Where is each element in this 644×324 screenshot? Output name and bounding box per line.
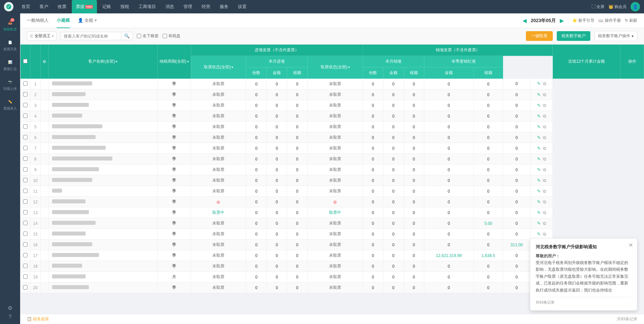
sidebar-item-invoice-entry[interactable]: ✏️ 票据录入: [0, 95, 20, 114]
fullscreen-btn[interactable]: ⛶ 全屏: [591, 4, 604, 10]
tax-policy-link[interactable]: 📋 税务政策: [27, 316, 49, 322]
sidebar-bottom-icon1[interactable]: ⚙: [8, 305, 12, 311]
employee-select[interactable]: ☰ 全部员工 ▾: [27, 31, 57, 41]
row-checkbox[interactable]: [23, 114, 28, 118]
sidebar-item-issue-invoice[interactable]: 📄 发票开具: [0, 36, 20, 54]
one-click-ticket-btn[interactable]: 一键取票: [526, 31, 553, 41]
row-customer-name[interactable]: [49, 229, 158, 240]
tax-period-filter-icon[interactable]: ▾: [187, 60, 189, 63]
nav-item-settings[interactable]: 设置: [234, 0, 251, 13]
copy-icon[interactable]: ⧉: [543, 135, 546, 140]
row-checkbox[interactable]: [23, 156, 28, 161]
user-avatar[interactable]: 👤: [631, 2, 640, 11]
row-customer-name[interactable]: [49, 240, 158, 250]
copy-icon[interactable]: ⧉: [543, 167, 546, 172]
date-next-btn[interactable]: ▶: [560, 17, 564, 24]
row-customer-name[interactable]: [49, 111, 158, 122]
sidebar-item-smart-ticket[interactable]: 📥 N 智能取票: [0, 16, 20, 35]
red-amount-link[interactable]: 12,621,319.99: [436, 253, 462, 258]
row-customer-name[interactable]: [49, 132, 158, 143]
row-customer-name[interactable]: [49, 79, 158, 89]
edit-icon[interactable]: ✎: [537, 199, 541, 204]
copy-icon[interactable]: ⧉: [543, 146, 546, 151]
row-checkbox[interactable]: [23, 264, 28, 268]
copy-icon[interactable]: ⧉: [543, 156, 546, 161]
search-input[interactable]: [61, 32, 121, 40]
nav-item-manage[interactable]: 管理: [179, 0, 196, 13]
row-checkbox[interactable]: [23, 124, 28, 129]
copy-icon[interactable]: ⧉: [543, 178, 546, 183]
row-customer-name[interactable]: [49, 218, 158, 229]
red-tax-link[interactable]: 1,638.5: [482, 253, 495, 258]
copy-icon[interactable]: ⧉: [543, 221, 546, 226]
rolling-link[interactable]: 311.00: [511, 243, 523, 247]
copy-icon[interactable]: ⧉: [543, 81, 546, 86]
search-button[interactable]: 🔍: [121, 32, 133, 40]
row-customer-name[interactable]: [49, 261, 158, 272]
copy-icon[interactable]: ⧉: [543, 103, 546, 108]
new-guide-link[interactable]: ⭐ 新手引导: [572, 18, 594, 23]
edit-icon[interactable]: ✎: [537, 103, 541, 108]
has-tax-checkbox[interactable]: 有税盘: [163, 33, 180, 39]
row-checkbox[interactable]: [23, 92, 28, 96]
row-customer-name[interactable]: [49, 100, 158, 111]
nav-item-service[interactable]: 服务: [216, 0, 232, 13]
date-prev-btn[interactable]: ◀: [523, 17, 527, 24]
edit-icon[interactable]: ✎: [537, 156, 541, 161]
row-checkbox[interactable]: [23, 189, 28, 193]
nav-item-commerce[interactable]: 工商项目: [135, 0, 160, 13]
tax-digital-btn[interactable]: 税务数字账户: [557, 31, 590, 41]
row-checkbox[interactable]: [23, 178, 28, 182]
nav-item-receive[interactable]: 收票: [54, 0, 70, 13]
copy-icon[interactable]: ⧉: [543, 124, 546, 129]
edit-icon[interactable]: ✎: [537, 178, 541, 183]
nav-item-bookkeeping[interactable]: 记账: [98, 0, 115, 13]
row-customer-name[interactable]: [49, 272, 158, 282]
row-customer-name[interactable]: [49, 143, 158, 154]
customer-filter-icon[interactable]: ▾: [116, 60, 117, 63]
manual-link[interactable]: 📖 操作手册: [598, 18, 621, 23]
edit-icon[interactable]: ✎: [537, 135, 541, 140]
row-checkbox[interactable]: [23, 103, 28, 107]
copy-icon[interactable]: ⧉: [543, 232, 546, 237]
row-checkbox[interactable]: [23, 221, 28, 225]
row-customer-name[interactable]: [49, 282, 158, 293]
copy-icon[interactable]: ⧉: [543, 92, 546, 97]
row-customer-name[interactable]: [49, 186, 158, 197]
row-customer-name[interactable]: [49, 207, 158, 218]
row-customer-name[interactable]: [49, 165, 158, 175]
edit-icon[interactable]: ✎: [537, 221, 541, 226]
edit-icon[interactable]: ✎: [537, 210, 541, 215]
edit-icon[interactable]: ✎: [537, 232, 541, 237]
row-customer-name[interactable]: [49, 154, 158, 165]
nav-item-operation[interactable]: 经营: [198, 0, 214, 13]
subnav-general[interactable]: 一般纳税人: [27, 13, 49, 28]
row-checkbox[interactable]: [23, 210, 28, 214]
sidebar-bottom-icon2[interactable]: ?: [9, 314, 12, 320]
edit-icon[interactable]: ✎: [537, 114, 541, 119]
notif-close-btn[interactable]: ✕: [629, 242, 633, 248]
copy-icon[interactable]: ⧉: [543, 199, 546, 204]
member-btn[interactable]: 👑 购会员: [608, 4, 627, 10]
nav-item-home[interactable]: 首页: [17, 0, 34, 13]
row-customer-name[interactable]: [49, 122, 158, 132]
edit-icon[interactable]: ✎: [537, 124, 541, 129]
row-customer-name[interactable]: [49, 250, 158, 261]
row-checkbox[interactable]: [23, 199, 28, 204]
nav-item-customer[interactable]: 客户: [36, 0, 52, 13]
nav-item-message[interactable]: 消息: [161, 0, 178, 13]
copy-icon[interactable]: ⧉: [543, 189, 546, 194]
th-settings[interactable]: ⚙: [41, 45, 49, 79]
copy-icon[interactable]: ⧉: [543, 210, 546, 215]
refresh-link[interactable]: ↻ 刷新: [625, 18, 637, 23]
row-customer-name[interactable]: [49, 175, 158, 186]
nav-item-invoice[interactable]: 票据 new: [72, 0, 97, 13]
subnav-all[interactable]: 👤 全能 ▾: [78, 13, 97, 28]
edit-icon[interactable]: ✎: [537, 167, 541, 172]
row-checkbox[interactable]: [23, 242, 28, 247]
tax-digital-op-btn[interactable]: 税务数字账户操作 ▾: [594, 31, 637, 41]
red-tax-link[interactable]: 5.00: [484, 221, 492, 226]
under-ledger-checkbox[interactable]: 名下账套: [137, 33, 159, 39]
subnav-small-scale[interactable]: 小规模: [57, 13, 70, 28]
copy-icon[interactable]: ⧉: [543, 114, 546, 119]
